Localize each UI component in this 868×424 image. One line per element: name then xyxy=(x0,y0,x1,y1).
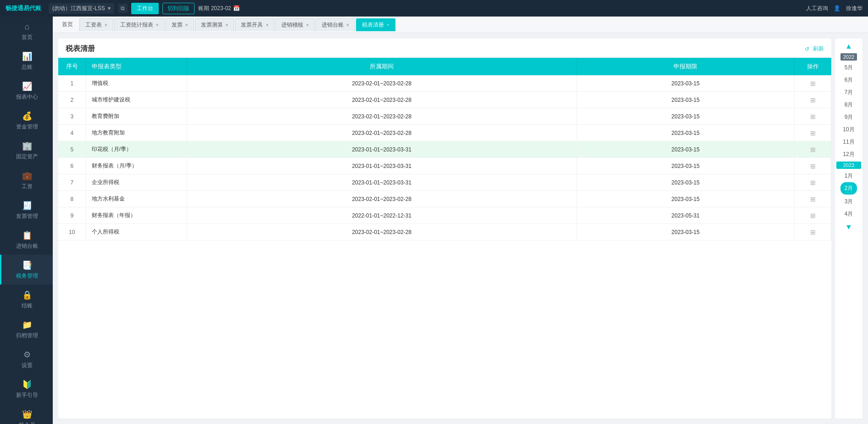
cal-month-10[interactable]: 10月 xyxy=(835,123,862,136)
close-tab-invoice[interactable]: × xyxy=(185,22,188,28)
table-row: 7 企业所得税 2023-01-01~2023-03-31 2023-03-15… xyxy=(58,174,831,191)
cell-action[interactable]: ⊞ xyxy=(795,191,831,207)
tab-salary[interactable]: 工资表 × xyxy=(79,18,113,31)
action-icon[interactable]: ⊞ xyxy=(810,113,816,120)
cal-month-6[interactable]: 6月 xyxy=(835,74,862,86)
cal-month-8[interactable]: 8月 xyxy=(835,99,862,111)
close-tab-invoice-calc[interactable]: × xyxy=(226,22,228,28)
refresh-label: 刷新 xyxy=(813,45,824,53)
workbench-button[interactable]: 工作台 xyxy=(131,3,159,14)
cell-action[interactable]: ⊞ xyxy=(795,207,831,224)
action-icon[interactable]: ⊞ xyxy=(810,96,816,104)
cell-action[interactable]: ⊞ xyxy=(795,158,831,174)
col-type: 申报表类型 xyxy=(86,58,187,75)
close-accounts-icon: 🔒 xyxy=(22,290,32,300)
col-deadline: 申报期限 xyxy=(577,58,794,75)
sidebar-item-archive[interactable]: 📁 归档管理 xyxy=(0,314,53,344)
tab-purchase-ledger[interactable]: 进销台账 × xyxy=(316,18,355,31)
action-icon[interactable]: ⊞ xyxy=(810,162,816,170)
tab-home-label: 首页 xyxy=(62,21,73,28)
close-tab-purchase-ledger[interactable]: × xyxy=(346,22,349,28)
cal-month-9[interactable]: 9月 xyxy=(835,111,862,123)
cell-seq: 7 xyxy=(58,174,86,191)
table-header-row: 序号 申报表类型 所属期间 申报期限 操作 xyxy=(58,58,831,75)
cell-period: 2022-01-01~2022-12-31 xyxy=(187,207,577,224)
sidebar-item-report[interactable]: 📈 报表中心 xyxy=(0,76,53,106)
period-value: 2023-02 xyxy=(211,5,231,11)
cell-action[interactable]: ⊞ xyxy=(795,92,831,108)
action-icon[interactable]: ⊞ xyxy=(810,80,816,87)
tab-tax-clear-label: 税表清册 xyxy=(362,21,384,29)
cal-month-11[interactable]: 11月 xyxy=(835,136,862,148)
tab-invoice-calc-label: 发票测算 xyxy=(201,21,223,29)
sidebar-item-tax[interactable]: 📑 税务管理 xyxy=(0,255,53,285)
company-selector[interactable]: (勿动）江西服宜-LSS ▾ xyxy=(49,3,114,14)
close-tab-purchase-check[interactable]: × xyxy=(306,22,309,28)
support-label[interactable]: 人工咨询 xyxy=(806,5,828,12)
tax-table: 序号 申报表类型 所属期间 申报期限 操作 1 增值税 2023-02-01~2… xyxy=(58,58,831,240)
cell-type: 财务报表（月/季） xyxy=(86,158,187,174)
close-tab-tax-clear[interactable]: × xyxy=(387,22,389,28)
sidebar-item-settings[interactable]: ⚙ 设置 xyxy=(0,344,53,374)
cell-deadline: 2023-05-31 xyxy=(577,207,794,224)
sidebar-item-member[interactable]: 👑 畅会员 xyxy=(0,404,53,424)
ledger-icon: 📊 xyxy=(22,51,32,61)
tab-home[interactable]: 首页 xyxy=(56,18,78,31)
cell-action[interactable]: ⊞ xyxy=(795,125,831,141)
sidebar-item-label: 畅会员 xyxy=(19,421,35,424)
action-icon[interactable]: ⊞ xyxy=(810,229,816,236)
action-icon[interactable]: ⊞ xyxy=(810,146,816,153)
cell-period: 2023-02-01~2023-02-28 xyxy=(187,191,577,207)
sidebar-item-salary[interactable]: 💼 工资 xyxy=(0,165,53,195)
cell-action[interactable]: ⊞ xyxy=(795,75,831,92)
page-content: 税表清册 ↺ 刷新 序号 申报表类型 所属期间 申报期限 xyxy=(53,33,868,424)
sidebar-item-fund[interactable]: 💰 资金管理 xyxy=(0,106,53,135)
tab-purchase-ledger-label: 进销台账 xyxy=(322,21,344,29)
cell-action[interactable]: ⊞ xyxy=(795,224,831,240)
tab-invoice-calc[interactable]: 发票测算 × xyxy=(195,18,234,31)
refresh-button[interactable]: ↺ 刷新 xyxy=(805,45,824,53)
sidebar-item-ledger[interactable]: 📊 总账 xyxy=(0,46,53,76)
home-icon: ⌂ xyxy=(25,22,30,32)
close-tab-salary-stat[interactable]: × xyxy=(156,22,159,28)
sidebar-item-close[interactable]: 🔒 结账 xyxy=(0,285,53,314)
cal-next-nav[interactable]: ▼ xyxy=(845,221,852,233)
tab-invoice-open[interactable]: 发票开具 × xyxy=(235,18,274,31)
calendar-icon[interactable]: 📅 xyxy=(233,5,240,11)
action-icon[interactable]: ⊞ xyxy=(810,129,816,137)
close-tab-salary[interactable]: × xyxy=(105,22,107,28)
member-icon: 👑 xyxy=(22,409,32,419)
table-row: 4 地方教育附加 2023-02-01~2023-02-28 2023-03-1… xyxy=(58,125,831,141)
reconcile-icon: 📋 xyxy=(22,230,32,240)
cell-action[interactable]: ⊞ xyxy=(795,141,831,158)
cell-type: 企业所得税 xyxy=(86,174,187,191)
action-icon[interactable]: ⊞ xyxy=(810,179,816,186)
cell-action[interactable]: ⊞ xyxy=(795,174,831,191)
sidebar-item-invoice[interactable]: 🧾 发票管理 xyxy=(0,195,53,225)
sidebar-item-fixed[interactable]: 🏢 固定资产 xyxy=(0,135,53,165)
tab-salary-stat[interactable]: 工资统计报表 × xyxy=(114,18,165,31)
switch-old-button[interactable]: 切到旧版 xyxy=(162,3,195,14)
action-icon[interactable]: ⊞ xyxy=(810,212,816,219)
tab-invoice[interactable]: 发票 × xyxy=(166,18,194,31)
tab-tax-clear[interactable]: 税表清册 × xyxy=(356,18,395,31)
sidebar-item-label: 工资 xyxy=(22,183,33,190)
sidebar-item-home[interactable]: ⌂ 首页 xyxy=(0,17,53,46)
cal-month-3[interactable]: 3月 xyxy=(835,195,862,208)
close-tab-invoice-open[interactable]: × xyxy=(266,22,268,28)
cal-month-5[interactable]: 5月 xyxy=(835,61,862,74)
cell-period: 2023-02-01~2023-02-28 xyxy=(187,125,577,141)
cell-action[interactable]: ⊞ xyxy=(795,108,831,125)
cal-month-2-active[interactable]: 2月 xyxy=(840,182,857,195)
copy-button[interactable]: ⧉ xyxy=(118,4,128,13)
cal-month-7[interactable]: 7月 xyxy=(835,86,862,99)
cal-month-4[interactable]: 4月 xyxy=(835,208,862,220)
action-icon[interactable]: ⊞ xyxy=(810,195,816,203)
sidebar-item-reconcile[interactable]: 📋 进销台账 xyxy=(0,225,53,255)
tab-purchase-check[interactable]: 进销稽核 × xyxy=(275,18,315,31)
cal-month-12[interactable]: 12月 xyxy=(835,148,862,161)
cal-prev-nav[interactable]: ▲ xyxy=(845,40,852,52)
cell-deadline: 2023-03-15 xyxy=(577,174,794,191)
sidebar-item-guide[interactable]: 🔰 新手引导 xyxy=(0,374,53,404)
cal-month-1[interactable]: 1月 xyxy=(835,170,862,182)
